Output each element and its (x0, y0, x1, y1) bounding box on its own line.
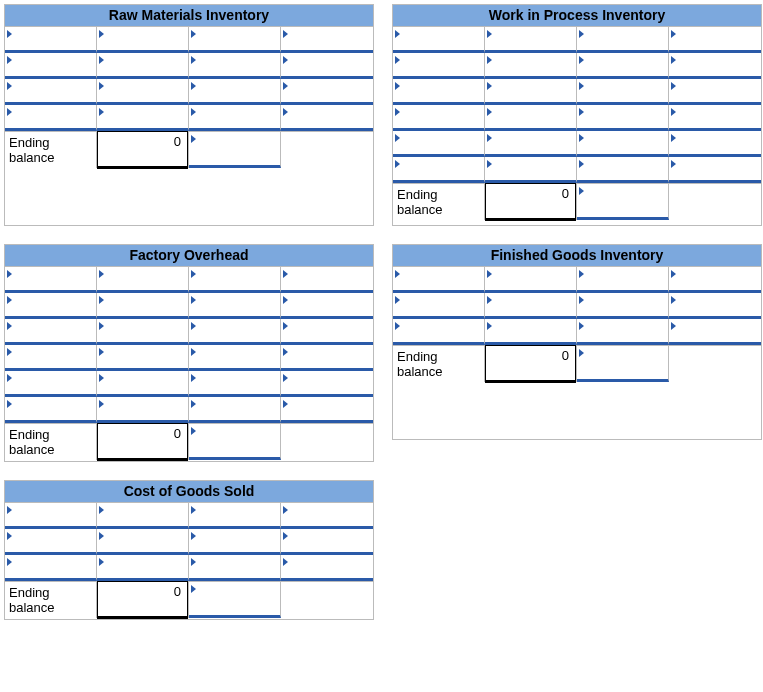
dropdown-cell[interactable] (189, 105, 281, 131)
ending-balance-label: Ending balance (5, 131, 97, 168)
dropdown-cell[interactable] (393, 131, 485, 157)
dropdown-cell[interactable] (189, 319, 281, 345)
dropdown-cell[interactable] (189, 503, 281, 529)
dropdown-cell[interactable] (393, 157, 485, 183)
dropdown-cell[interactable] (577, 319, 669, 345)
dropdown-cell[interactable] (281, 293, 373, 319)
dropdown-cell[interactable] (281, 267, 373, 293)
dropdown-cell[interactable] (281, 53, 373, 79)
dropdown-cell[interactable] (393, 105, 485, 131)
dropdown-cell[interactable] (577, 131, 669, 157)
dropdown-cell[interactable] (577, 79, 669, 105)
dropdown-cell[interactable] (5, 105, 97, 131)
dropdown-cell[interactable] (189, 397, 281, 423)
dropdown-cell[interactable] (281, 371, 373, 397)
dropdown-cell[interactable] (189, 131, 281, 168)
dropdown-cell[interactable] (5, 529, 97, 555)
dropdown-cell[interactable] (485, 293, 577, 319)
dropdown-cell[interactable] (393, 27, 485, 53)
dropdown-cell[interactable] (393, 267, 485, 293)
dropdown-cell[interactable] (97, 53, 189, 79)
dropdown-cell[interactable] (97, 371, 189, 397)
dropdown-cell[interactable] (485, 27, 577, 53)
dropdown-cell[interactable] (5, 397, 97, 423)
dropdown-cell[interactable] (485, 79, 577, 105)
dropdown-cell[interactable] (393, 293, 485, 319)
dropdown-cell[interactable] (393, 319, 485, 345)
dropdown-cell[interactable] (577, 157, 669, 183)
dropdown-cell[interactable] (189, 267, 281, 293)
dropdown-cell[interactable] (485, 131, 577, 157)
dropdown-cell[interactable] (5, 345, 97, 371)
dropdown-cell[interactable] (189, 555, 281, 581)
dropdown-cell[interactable] (393, 53, 485, 79)
ending-balance-value-cell[interactable]: 0 (97, 423, 189, 460)
dropdown-cell[interactable] (669, 293, 761, 319)
ending-balance-value-cell[interactable]: 0 (485, 183, 577, 220)
dropdown-cell[interactable] (577, 105, 669, 131)
dropdown-cell[interactable] (281, 27, 373, 53)
dropdown-cell[interactable] (97, 105, 189, 131)
dropdown-cell[interactable] (189, 345, 281, 371)
dropdown-cell[interactable] (393, 79, 485, 105)
dropdown-cell[interactable] (577, 27, 669, 53)
dropdown-cell[interactable] (97, 319, 189, 345)
dropdown-cell[interactable] (97, 267, 189, 293)
dropdown-cell[interactable] (5, 79, 97, 105)
dropdown-cell[interactable] (577, 293, 669, 319)
dropdown-cell[interactable] (485, 157, 577, 183)
dropdown-cell[interactable] (669, 27, 761, 53)
ending-balance-value-cell[interactable]: 0 (485, 345, 577, 382)
dropdown-cell[interactable] (189, 27, 281, 53)
dropdown-cell[interactable] (5, 293, 97, 319)
dropdown-cell[interactable] (485, 267, 577, 293)
dropdown-cell[interactable] (577, 267, 669, 293)
dropdown-cell[interactable] (5, 503, 97, 529)
dropdown-cell[interactable] (669, 79, 761, 105)
dropdown-cell[interactable] (97, 397, 189, 423)
dropdown-cell[interactable] (97, 529, 189, 555)
dropdown-cell[interactable] (189, 371, 281, 397)
dropdown-cell[interactable] (281, 555, 373, 581)
dropdown-cell[interactable] (5, 319, 97, 345)
dropdown-cell[interactable] (669, 157, 761, 183)
dropdown-cell[interactable] (669, 319, 761, 345)
dropdown-cell[interactable] (669, 131, 761, 157)
dropdown-cell[interactable] (97, 27, 189, 53)
dropdown-cell[interactable] (485, 319, 577, 345)
ending-balance-value-cell[interactable]: 0 (97, 581, 189, 618)
dropdown-cell[interactable] (5, 371, 97, 397)
dropdown-cell[interactable] (5, 555, 97, 581)
dropdown-cell[interactable] (5, 267, 97, 293)
dropdown-cell[interactable] (669, 53, 761, 79)
dropdown-cell[interactable] (485, 105, 577, 131)
dropdown-cell[interactable] (97, 79, 189, 105)
dropdown-cell[interactable] (281, 319, 373, 345)
dropdown-cell[interactable] (577, 183, 669, 220)
dropdown-cell[interactable] (97, 293, 189, 319)
dropdown-cell[interactable] (189, 53, 281, 79)
dropdown-cell[interactable] (281, 529, 373, 555)
dropdown-cell[interactable] (281, 345, 373, 371)
dropdown-cell[interactable] (577, 345, 669, 382)
dropdown-cell[interactable] (97, 345, 189, 371)
dropdown-cell[interactable] (97, 555, 189, 581)
dropdown-cell[interactable] (281, 397, 373, 423)
dropdown-cell[interactable] (281, 503, 373, 529)
dropdown-cell[interactable] (189, 529, 281, 555)
dropdown-cell[interactable] (189, 581, 281, 618)
dropdown-cell[interactable] (669, 105, 761, 131)
dropdown-cell[interactable] (281, 105, 373, 131)
dropdown-cell[interactable] (669, 267, 761, 293)
dropdown-cell[interactable] (97, 503, 189, 529)
dropdown-cell[interactable] (189, 79, 281, 105)
dropdown-cell[interactable] (5, 27, 97, 53)
dropdown-cell[interactable] (189, 293, 281, 319)
blank-cell (669, 345, 761, 382)
dropdown-cell[interactable] (577, 53, 669, 79)
dropdown-cell[interactable] (281, 79, 373, 105)
ending-balance-value-cell[interactable]: 0 (97, 131, 189, 168)
dropdown-cell[interactable] (5, 53, 97, 79)
dropdown-cell[interactable] (189, 423, 281, 460)
dropdown-cell[interactable] (485, 53, 577, 79)
